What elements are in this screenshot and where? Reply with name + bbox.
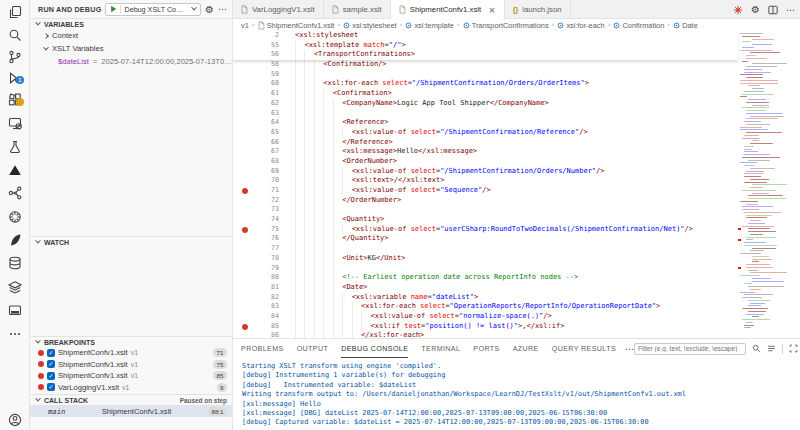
breakpoints-section-header[interactable]: BREAKPOINTS [30, 336, 232, 347]
console-filter-input[interactable] [634, 343, 746, 355]
breadcrumb-item-xsl:template[interactable]: xsl:template [405, 21, 453, 30]
variables-section-header[interactable]: VARIABLES [30, 18, 232, 29]
call-stack-section-header[interactable]: CALL STACK Paused on step [30, 394, 232, 405]
gutter[interactable]: 86 [233, 331, 295, 338]
output-lines-icon[interactable] [767, 344, 776, 353]
gutter[interactable]: 70 [233, 176, 295, 186]
breadcrumb-item-TransportConfirmations[interactable]: TransportConfirmations [463, 21, 549, 30]
gutter[interactable]: 80 [233, 273, 295, 283]
gutter[interactable]: 75 [233, 225, 295, 235]
launch-config-name[interactable]: Debug XSLT Compiled [124, 5, 189, 14]
gutter[interactable]: 63 [233, 109, 295, 119]
gutter[interactable]: 72 [233, 196, 295, 206]
gutter[interactable]: 59 [233, 70, 295, 80]
gutter[interactable]: 73 [233, 205, 295, 215]
launch-config-control[interactable]: Debug XSLT Compiled [105, 3, 201, 16]
code-line-80[interactable]: 80 <!-- Earliest operation date across R… [233, 273, 738, 283]
code-line-69[interactable]: 69 <xsl:value-of select="/ShipmentConfir… [233, 167, 738, 177]
breakpoint-row-ShipmentConfv1.xslt-75[interactable]: ✓ShipmentConfv1.xsltv175 [30, 359, 232, 371]
code-line-55[interactable]: 55 <xsl:template match="/"> [233, 41, 738, 51]
breakpoint-checkbox[interactable]: ✓ [47, 349, 55, 357]
code-line-60[interactable]: 60 <xsl:for-each select="/ShipmentConfir… [233, 79, 738, 89]
breadcrumb-item-ShipmentConfv1.xslt[interactable]: ShipmentConfv1.xslt [258, 21, 335, 30]
gutter[interactable]: 55 [233, 41, 295, 51]
breadcrumb-item-Confirmation[interactable]: Confirmation [613, 21, 664, 30]
settings-gear-icon[interactable]: ⚙ [751, 4, 760, 15]
editor-tab-VarLoggingV1.xslt[interactable]: VarLoggingV1.xslt [233, 0, 324, 19]
gutter[interactable]: 79 [233, 264, 295, 274]
code-line-68[interactable]: 68 <OrderNumber> [233, 157, 738, 167]
code-line-78[interactable]: 78 <Unit>KG</Unit> [233, 254, 738, 264]
gutter[interactable]: 66 [233, 138, 295, 148]
more-extensions-icon[interactable] [7, 326, 23, 342]
breakpoint-row-ShipmentConfv1.xslt-85[interactable]: ✓ShipmentConfv1.xsltv185 [30, 370, 232, 382]
breakpoint-icon[interactable] [242, 324, 248, 330]
debug-settings-gear-icon[interactable]: ⚙ [205, 4, 214, 15]
code-line-72[interactable]: 72 </OrderNumber> [233, 196, 738, 206]
gutter[interactable]: 85 [233, 322, 295, 332]
code-line-63[interactable]: 63 [233, 109, 738, 119]
graph-nodes-icon[interactable] [7, 185, 23, 201]
breakpoint-checkbox[interactable]: ✓ [47, 383, 55, 391]
breakpoint-icon[interactable] [242, 188, 248, 194]
code-line-70[interactable]: 70 <xsl:text>/</xsl:text> [233, 176, 738, 186]
watch-section-header[interactable]: WATCH [30, 236, 232, 247]
code-line-74[interactable]: 74 <Quantity> [233, 215, 738, 225]
gutter[interactable]: 68 [233, 157, 295, 167]
breadcrumb-item-v1[interactable]: v1 [241, 21, 249, 30]
code-line-65[interactable]: 65 <xsl:value-of select="/ShipmentConfir… [233, 128, 738, 138]
gutter[interactable]: 76 [233, 234, 295, 244]
code-line-67[interactable]: 67 <xsl:message>Hello</xsl:message> [233, 147, 738, 157]
gutter[interactable]: 67 [233, 147, 295, 157]
variable-datelist-row[interactable]: $dateList = 2025-07-14T12:00:00,2025-07-… [30, 55, 232, 68]
remote-explorer-icon[interactable] [7, 115, 23, 131]
gutter[interactable]: 64 [233, 118, 295, 128]
panel-tab-output[interactable]: OUTPUT [297, 339, 329, 358]
panel-tab-problems[interactable]: PROBLEMS [241, 339, 284, 358]
ai-swirl-icon[interactable] [7, 209, 23, 225]
code-line-73[interactable]: 73 [233, 205, 738, 215]
breakpoint-checkbox[interactable]: ✓ [47, 360, 55, 368]
maximize-panel-icon[interactable] [789, 344, 798, 353]
code-line-2[interactable]: 2<xsl:stylesheet [233, 31, 738, 41]
close-tab-icon[interactable]: × [488, 5, 496, 15]
breakpoint-icon[interactable] [242, 227, 248, 233]
editor-tab-launch.json[interactable]: {}launch.json [505, 0, 571, 19]
start-debug-icon[interactable] [110, 5, 117, 13]
gutter[interactable]: 84 [233, 312, 295, 322]
chevron-down-icon[interactable] [191, 5, 197, 11]
panel-tab-ports[interactable]: PORTS [473, 339, 499, 358]
variables-context-item[interactable]: Context [30, 29, 232, 42]
code-line-81[interactable]: 81 <Date> [233, 283, 738, 293]
editor-tab-ShipmentConfv1.xslt[interactable]: ShipmentConfv1.xslt× [391, 0, 505, 19]
database-icon[interactable] [7, 255, 23, 271]
code-line-75[interactable]: 75 <xsl:value-of select="userCSharp:Roun… [233, 225, 738, 235]
code-line-82[interactable]: 82 <xsl:variable name="dateList"> [233, 293, 738, 303]
code-line-79[interactable]: 79 [233, 264, 738, 274]
source-control-icon[interactable] [7, 49, 23, 65]
variables-xslt-group[interactable]: XSLT Variables [30, 42, 232, 55]
account-icon[interactable] [7, 412, 23, 428]
gutter[interactable]: 62 [233, 99, 295, 109]
filter-search-icon[interactable] [752, 344, 761, 353]
code-line-62[interactable]: 62 <CompanyName>Logic App Tool Shipper</… [233, 99, 738, 109]
layers-icon[interactable] [7, 279, 23, 295]
code-line-83[interactable]: 83 <xsl:for-each select="OperationReport… [233, 302, 738, 312]
sticky-scroll[interactable]: 2<xsl:stylesheet55 <xsl:template match="… [233, 31, 738, 60]
editor-tab-sample.xslt[interactable]: sample.xslt [324, 0, 391, 19]
code-line-59[interactable]: 59 [233, 70, 738, 80]
panel-tab-terminal[interactable]: TERMINAL [421, 339, 460, 358]
gutter[interactable]: 82 [233, 293, 295, 303]
views-more-icon[interactable]: ⋯ [218, 4, 227, 14]
gutter[interactable]: 60 [233, 79, 295, 89]
gutter[interactable]: 71 [233, 186, 295, 196]
gutter[interactable]: 56 [233, 50, 295, 60]
split-editor-icon[interactable] [768, 5, 778, 15]
code-line-86[interactable]: 86 </xsl:for-each> [233, 331, 738, 338]
code-line-85[interactable]: 85 <xsl:if test="position() != last()">,… [233, 322, 738, 332]
gutter[interactable]: 78 [233, 254, 295, 264]
breakpoint-row-VarLoggingV1.xslt-9[interactable]: ✓VarLoggingV1.xsltv19 [30, 382, 232, 394]
gutter[interactable]: 83 [233, 302, 295, 312]
gutter[interactable]: 81 [233, 283, 295, 293]
code-line-56[interactable]: 56 <TransportConfirmations> [233, 50, 738, 60]
